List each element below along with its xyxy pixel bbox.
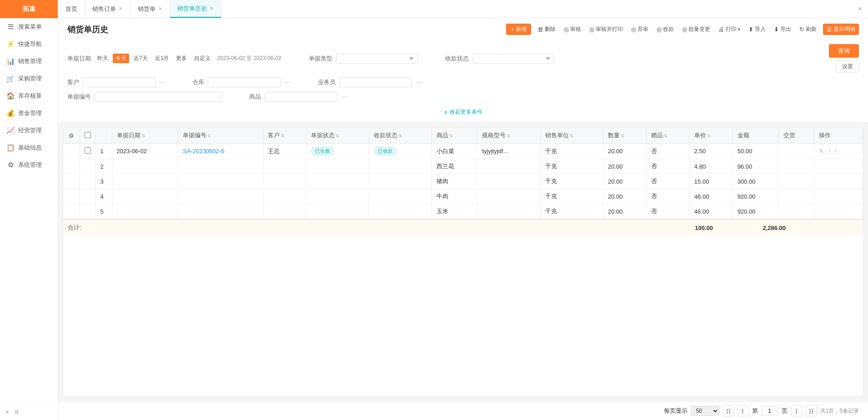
row-checkbox-1[interactable] (85, 147, 91, 154)
col-collect-status[interactable]: 收款状态⇅ (369, 128, 432, 144)
cell-checkbox-5[interactable] (80, 204, 95, 219)
date-btn-7days[interactable]: 近7天 (131, 54, 151, 63)
display-detail-button[interactable]: ☰ 显示明细 (823, 24, 859, 35)
customer-ellipsis[interactable]: ··· (159, 79, 165, 86)
abandon-button[interactable]: ◎ 弃审 (629, 25, 650, 34)
col-doc-status[interactable]: 单据状态⇅ (306, 128, 369, 144)
sidebar-footer-icon1[interactable]: ☀ (5, 409, 10, 415)
col-price[interactable]: 单价⇅ (689, 128, 733, 144)
page-prev-button[interactable]: ⟨ (738, 405, 748, 416)
col-gift[interactable]: 赠品⇅ (646, 128, 689, 144)
tab-sales-goods[interactable]: 销货单 ✕ (130, 0, 170, 18)
filter-collect-status-select[interactable] (472, 54, 554, 64)
sidebar-item-basic-info[interactable]: 📋 基础信息 (0, 139, 58, 156)
page-last-button[interactable]: ⟩⟩ (806, 405, 817, 416)
tab-sales-history[interactable]: 销货单历史 ✕ (170, 0, 221, 18)
cell-doc-status-4 (306, 189, 369, 204)
sidebar-item-search-menu[interactable]: ☰ 搜索菜单 (0, 18, 58, 35)
refresh-button[interactable]: ↻ 刷新 (798, 25, 818, 34)
filter-goods-input[interactable] (265, 92, 337, 102)
sidebar-item-sys-admin[interactable]: ⚙ 系统管理 (0, 156, 58, 174)
table-row: 2 西兰花 千克 20.00 否 4.80 96.00 (63, 159, 863, 174)
filter-doc-type-select[interactable] (336, 54, 418, 64)
delete-button[interactable]: 🗑 删除 (536, 25, 557, 34)
col-unit[interactable]: 销售单位⇅ (540, 128, 603, 144)
sidebar-item-finance[interactable]: 💰 资金管理 (0, 105, 58, 122)
date-btn-custom[interactable]: 自定义 (191, 54, 213, 63)
cell-doc-no-4 (178, 189, 263, 204)
goods-ellipsis[interactable]: ··· (341, 93, 347, 100)
col-qty[interactable]: 数量⇅ (603, 128, 646, 144)
col-settings[interactable]: ⚙ (63, 128, 80, 144)
tab-home[interactable]: 首页 (58, 0, 85, 18)
sidebar-item-purchase-mgmt[interactable]: 🛒 采购管理 (0, 70, 58, 87)
sidebar-item-operations[interactable]: 📈 经营管理 (0, 122, 58, 139)
sidebar-item-sales-mgmt[interactable]: 📊 销售管理 (0, 53, 58, 70)
sidebar-item-quick-nav[interactable]: ⚡ 快捷导航 (0, 35, 58, 53)
table-row: 4 牛肉 千克 20.00 否 46.00 920.00 (63, 189, 863, 204)
audit-button[interactable]: ◎ 审核 (562, 25, 583, 34)
page-first-button[interactable]: ⟨⟨ (723, 405, 734, 416)
staff-ellipsis[interactable]: ··· (416, 79, 421, 86)
cell-doc-no-1[interactable]: SA-20230602-0 (178, 144, 263, 159)
audit-print-button[interactable]: ◎ 审核并打印 (587, 25, 625, 34)
warehouse-ellipsis[interactable]: ··· (284, 79, 290, 86)
col-spec[interactable]: 规格型号⇅ (477, 128, 540, 144)
export-button[interactable]: ⬇ 导出 (772, 25, 793, 34)
print-button[interactable]: 🖨 打印 ▾ (717, 25, 742, 34)
page-label: 第 (752, 407, 758, 415)
date-btn-today[interactable]: 今天 (113, 54, 129, 63)
filter-staff-input[interactable] (339, 77, 412, 87)
tab-sales-history-close[interactable]: ✕ (210, 5, 214, 11)
date-btn-1month[interactable]: 近1月 (152, 54, 172, 63)
col-doc-no[interactable]: 单据编号⇅ (178, 128, 263, 144)
col-goods[interactable]: 商品⇅ (432, 128, 477, 144)
table-row: 1 2023-06-02 SA-20230602-0 王总 已生效 已收款 小白… (63, 144, 863, 159)
select-all-checkbox[interactable] (85, 132, 91, 138)
date-btn-more[interactable]: 更多 (173, 54, 190, 63)
filter-docno-input[interactable] (95, 92, 222, 102)
batch-change-button[interactable]: ◎ 批量变更 (680, 25, 712, 34)
filter-collect-status-label: 收款状态 (445, 55, 469, 63)
page-title-row: 销货单历史 + 新增 🗑 删除 ◎ 审核 ◎ (67, 24, 859, 35)
action-edit-1[interactable]: ✎ (819, 148, 824, 155)
toolbar: + 新增 🗑 删除 ◎ 审核 ◎ 审核并打印 (506, 24, 859, 35)
collapse-filter-button[interactable]: ∧ 收起更多条件 (440, 106, 486, 118)
tab-sales-goods-close[interactable]: ✕ (158, 6, 162, 12)
cell-rowno-4: 4 (95, 189, 112, 204)
settings-button[interactable]: 设置 (836, 60, 859, 73)
new-button[interactable]: + 新增 (506, 24, 531, 35)
print-dropdown-icon: ▾ (738, 27, 740, 32)
doc-no-link-1[interactable]: SA-20230602-0 (183, 148, 224, 155)
col-trade: 交货 (779, 128, 814, 144)
date-btn-yesterday[interactable]: 昨天 (95, 54, 111, 63)
cell-checkbox-2[interactable] (80, 159, 95, 174)
cell-collect-status-1: 已收款 (369, 144, 432, 159)
page-next-button[interactable]: ⟩ (791, 405, 802, 416)
col-customer[interactable]: 客户⇅ (263, 128, 306, 144)
tab-sales-order[interactable]: 销售订单 ✕ (85, 0, 130, 18)
table-container: ⚙ 单据日期⇅ 单据编号⇅ 客户⇅ 单据状态⇅ 收款状态⇅ 商品⇅ 规格型号⇅ … (63, 127, 863, 397)
cell-spec-2 (477, 159, 540, 174)
import-button[interactable]: ⬆ 导入 (747, 25, 768, 34)
query-button[interactable]: 查询 (829, 44, 859, 58)
col-action: 操作 (814, 128, 863, 144)
tab-bar-right: ✕ (858, 5, 868, 12)
collect-button[interactable]: ◎ 收款 (655, 25, 676, 34)
page-number-input[interactable] (762, 406, 778, 415)
cell-checkbox-1[interactable] (80, 144, 95, 159)
tab-bar-close-all[interactable]: ✕ (858, 5, 863, 12)
sidebar-footer-icon2[interactable]: ⏸ (14, 409, 20, 415)
col-doc-date[interactable]: 单据日期⇅ (112, 128, 178, 144)
action-more-1[interactable]: ⋮⋮ (827, 148, 838, 155)
per-page-select[interactable]: 50 (691, 406, 719, 416)
cell-checkbox-4[interactable] (80, 189, 95, 204)
cell-checkbox-3[interactable] (80, 174, 95, 189)
filter-warehouse-input[interactable] (208, 77, 281, 87)
cell-price-2: 4.80 (689, 159, 733, 174)
filter-collect-status-group: 收款状态 (445, 54, 554, 64)
cell-doc-date-1: 2023-06-02 (112, 144, 178, 159)
sidebar-item-inventory[interactable]: 🏠 库存核算 (0, 87, 58, 105)
tab-sales-order-close[interactable]: ✕ (119, 6, 123, 12)
filter-customer-input[interactable] (83, 77, 156, 87)
